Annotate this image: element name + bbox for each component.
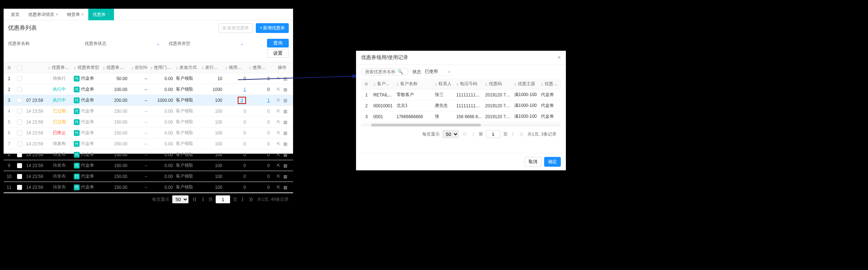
ok-button[interactable]: 确定: [544, 157, 561, 167]
col-contact[interactable]: 联系人: [433, 79, 455, 90]
use-count-link[interactable]: 1: [267, 98, 270, 103]
status-select[interactable]: 已使用 ⌄: [423, 68, 452, 76]
table-row[interactable]: 8 14 23:59 待发布 代代金券 150.00 -- 0.00 客户领取 …: [4, 149, 293, 160]
settings-button[interactable]: 设置: [267, 49, 289, 58]
qrcode-icon[interactable]: ▦: [283, 152, 287, 157]
horizontal-scrollbar[interactable]: [361, 124, 561, 126]
claim-count-link[interactable]: 3: [238, 97, 246, 104]
col-coupon-type[interactable]: 优惠券类...: [539, 79, 561, 90]
qrcode-icon[interactable]: ▦: [283, 174, 287, 179]
claim-count-link[interactable]: 1: [244, 87, 246, 92]
table-row[interactable]: 10 14 23:59 待发布 代代金券 150.00 -- 0.00 客户领取…: [4, 171, 293, 182]
distribute-coupon-button[interactable]: ⊞ 发放优惠券: [219, 23, 253, 33]
qrcode-icon[interactable]: ▦: [283, 141, 287, 146]
col-threshold[interactable]: 使用门槛...: [149, 62, 174, 73]
select-all-checkbox[interactable]: [17, 65, 22, 70]
col-phone[interactable]: 电话号码: [455, 79, 484, 90]
cancel-button[interactable]: 取消: [525, 157, 541, 167]
row-checkbox[interactable]: [17, 130, 22, 136]
table-row[interactable]: 3 07 23:59 执行中 代代金券 200.00 -- 1000.00 客户…: [4, 95, 293, 106]
col-method[interactable]: 发放方式: [174, 62, 200, 73]
row-checkbox[interactable]: [17, 185, 22, 190]
row-checkbox[interactable]: [17, 163, 22, 168]
qrcode-icon[interactable]: ▦: [283, 87, 287, 92]
col-theme[interactable]: 优惠主题: [513, 79, 540, 90]
table-row[interactable]: 3 0001 17666666666 张 156 6666 6... 20191…: [361, 111, 561, 122]
per-page-select[interactable]: 50: [172, 195, 189, 203]
col-claim[interactable]: 领用数量: [224, 62, 247, 73]
coupon-name-input[interactable]: [33, 39, 76, 48]
col-use[interactable]: 使用数量: [247, 62, 271, 73]
next-page-icon[interactable]: ⟩: [511, 132, 515, 137]
close-icon[interactable]: ×: [107, 12, 110, 17]
search-icon[interactable]: 🔍: [398, 69, 403, 74]
row-checkbox[interactable]: [17, 76, 22, 81]
share-icon[interactable]: ⇱: [277, 98, 280, 103]
close-icon[interactable]: ×: [56, 12, 58, 17]
qrcode-icon[interactable]: ▦: [283, 98, 287, 103]
row-checkbox[interactable]: [17, 87, 22, 92]
col-type[interactable]: 优惠券类型: [72, 62, 102, 73]
table-row[interactable]: 6 14 23:59 已终止 代代金券 150.00 -- 0.00 客户领取 …: [4, 128, 293, 138]
table-row[interactable]: 9 14 23:59 待发布 代代金券 150.00 -- 0.00 客户领取 …: [4, 160, 293, 171]
share-icon[interactable]: ⇱: [277, 76, 280, 81]
qrcode-icon[interactable]: ▦: [283, 130, 287, 136]
row-checkbox[interactable]: [17, 120, 22, 125]
row-checkbox[interactable]: [17, 141, 22, 146]
last-page-icon[interactable]: ⟩⟩: [248, 197, 254, 202]
coupon-type-select[interactable]: ⌄: [193, 39, 244, 48]
coupon-name-search-input[interactable]: [365, 69, 398, 74]
table-row[interactable]: 7 14 23:59 待发布 代代金券 150.00 -- 0.00 客户领取 …: [4, 138, 293, 149]
gear-icon[interactable]: ⚙: [7, 65, 11, 70]
qrcode-icon[interactable]: ▦: [283, 109, 287, 114]
row-checkbox[interactable]: [17, 174, 22, 179]
row-checkbox[interactable]: [17, 109, 22, 114]
close-icon[interactable]: ×: [81, 12, 84, 17]
table-row[interactable]: 5 14 23:59 已过期 代代金券 150.00 -- 0.00 客户领取 …: [4, 117, 293, 128]
share-icon[interactable]: ⇱: [277, 174, 280, 179]
tab-coupon[interactable]: 优惠券×: [88, 9, 114, 20]
modal-page-input[interactable]: [486, 130, 500, 138]
next-page-icon[interactable]: ⟩: [240, 197, 245, 202]
qrcode-icon[interactable]: ▦: [283, 76, 287, 81]
first-page-icon[interactable]: ⟨⟨: [191, 197, 198, 202]
table-row[interactable]: 1 待执行 代代金券 50.00 -- 0.00 客户领取 10 0 0 ⇱▦: [4, 73, 293, 84]
modal-per-page-select[interactable]: 50: [443, 130, 459, 138]
share-icon[interactable]: ⇱: [277, 163, 280, 168]
row-checkbox[interactable]: [17, 152, 22, 157]
table-row[interactable]: 11 14 23:59 待发布 代代金券 150.00 -- 0.00 客户领取…: [4, 182, 293, 193]
qrcode-icon[interactable]: ▦: [283, 185, 287, 190]
table-row[interactable]: 1 RETAIL... 零散客户 张三 11111111111 2019120 …: [361, 90, 561, 100]
page-input[interactable]: [216, 195, 230, 203]
share-icon[interactable]: ⇱: [277, 120, 280, 125]
col-coupon-code[interactable]: 优惠码: [484, 79, 513, 90]
table-row[interactable]: 2 执行中 代代金券 100.00 -- 0.00 客户领取 1000 1 0 …: [4, 84, 293, 95]
col-face[interactable]: 优惠券面值: [101, 62, 129, 73]
add-coupon-button[interactable]: 新增优惠券: [256, 23, 289, 33]
first-page-icon[interactable]: ⟨⟨: [462, 132, 468, 137]
table-row[interactable]: 2 00010001 北京1 唐先生 11111111111 2019120 7…: [361, 100, 561, 111]
share-icon[interactable]: ⇱: [277, 87, 280, 92]
table-row[interactable]: 4 14 23:59 已过期 代代金券 150.00 -- 0.00 客户领取 …: [4, 106, 293, 117]
col-customer-code[interactable]: 客户...: [372, 79, 395, 90]
qrcode-icon[interactable]: ▦: [283, 120, 287, 125]
share-icon[interactable]: ⇱: [277, 185, 280, 190]
col-issue[interactable]: 发行数量: [200, 62, 224, 73]
tab-coupon-detail[interactable]: 优惠券详情页×: [24, 9, 63, 20]
prev-page-icon[interactable]: ⟨: [471, 132, 476, 137]
share-icon[interactable]: ⇱: [277, 130, 280, 136]
last-page-icon[interactable]: ⟩⟩: [518, 132, 525, 137]
gear-icon[interactable]: ⚙: [364, 82, 368, 87]
prev-page-icon[interactable]: ⟨: [201, 197, 206, 202]
share-icon[interactable]: ⇱: [277, 152, 280, 157]
share-icon[interactable]: ⇱: [277, 141, 280, 146]
col-discount[interactable]: 折扣%: [129, 62, 149, 73]
coupon-status-select[interactable]: ⌄: [109, 39, 160, 48]
row-checkbox[interactable]: [17, 98, 22, 103]
col-status[interactable]: 优惠券状态: [47, 62, 72, 73]
col-customer-name[interactable]: 客户名称: [395, 79, 434, 90]
modal-close-icon[interactable]: ×: [558, 54, 561, 61]
tab-sales-order[interactable]: 销货单×: [63, 9, 88, 20]
share-icon[interactable]: ⇱: [277, 109, 280, 114]
qrcode-icon[interactable]: ▦: [283, 163, 287, 168]
